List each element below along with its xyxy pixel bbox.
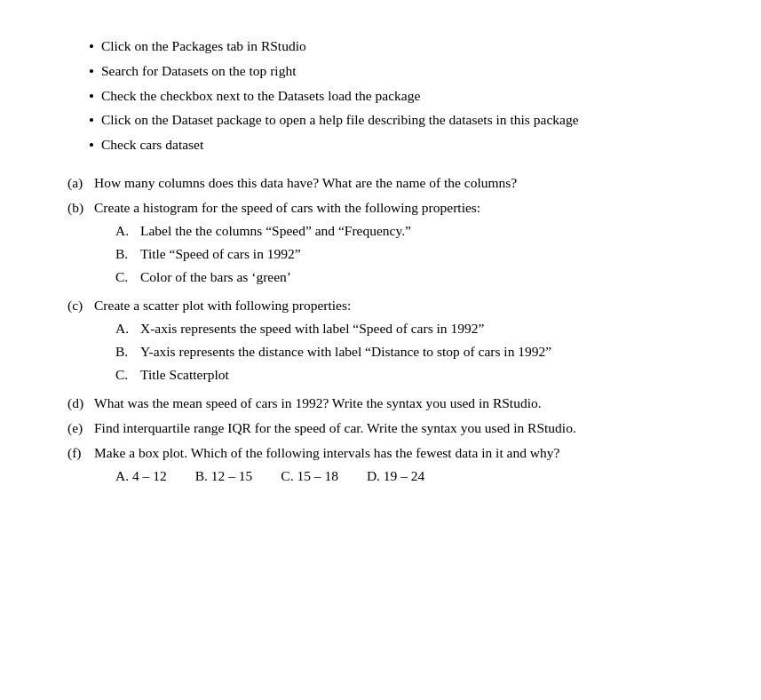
sub-sub-text: Color of the bars as ‘green’ [140,266,718,288]
sub-sub-list: A. X-axis represents the speed with labe… [115,318,718,386]
sub-sub-text: Label the the columns “Speed” and “Frequ… [140,220,718,242]
intervals-row: A. 4 – 12B. 12 – 15C. 15 – 18D. 19 – 24 [115,465,718,487]
sub-question-f: (f)Make a box plot. Which of the followi… [67,442,718,487]
sub-sub-text: Title “Speed of cars in 1992” [140,243,718,265]
sub-content: Find interquartile range IQR for the spe… [94,418,718,439]
sub-question-a: (a)How many columns does this data have?… [67,172,718,194]
sub-sub-text: Title Scatterplot [140,364,718,386]
interval-0: A. 4 – 12 [115,465,167,487]
sub-sub-label: C. [115,364,140,386]
sub-sub-list: A. Label the the columns “Speed” and “Fr… [115,220,718,288]
sub-question-d: (d)What was the mean speed of cars in 19… [67,393,718,414]
sub-text: Make a box plot. Which of the following … [94,445,559,460]
bullet-item-2: •Check the checkbox next to the Datasets… [89,85,718,107]
bullet-item-1: •Search for Datasets on the top right [89,60,718,83]
bullet-text: Check the checkbox next to the Datasets … [101,85,420,107]
sub-sub-label: A. [115,318,140,339]
bullet-text: Click on the Dataset package to open a h… [101,109,579,131]
bullet-text: Click on the Packages tab in RStudio [101,36,306,57]
sub-sub-item-2: C. Title Scatterplot [115,364,718,386]
sub-content: What was the mean speed of cars in 1992?… [94,393,718,414]
sub-text: How many columns does this data have? Wh… [94,175,517,190]
sub-question-e: (e)Find interquartile range IQR for the … [67,418,718,439]
sub-sub-item-1: B. Title “Speed of cars in 1992” [115,243,718,265]
sub-sub-label: B. [115,243,140,265]
sub-label: (b) [67,197,94,219]
sub-label: (d) [67,393,94,414]
sub-questions: (a)How many columns does this data have?… [67,172,718,487]
sub-text: What was the mean speed of cars in 1992?… [94,395,542,410]
interval-1: B. 12 – 15 [195,465,253,487]
sub-content: Create a scatter plot with following pro… [94,295,718,389]
bullet-dot: • [89,36,94,58]
sub-sub-item-0: A. X-axis represents the speed with labe… [115,318,718,339]
sub-question-c: (c)Create a scatter plot with following … [67,295,718,389]
sub-sub-item-1: B. Y-axis represents the distance with l… [115,341,718,362]
bullet-item-4: •Check cars dataset [89,134,718,156]
sub-text: Create a histogram for the speed of cars… [94,200,480,215]
sub-sub-item-2: C. Color of the bars as ‘green’ [115,266,718,288]
bullet-dot: • [89,110,94,131]
sub-sub-item-0: A. Label the the columns “Speed” and “Fr… [115,220,718,242]
sub-sub-label: C. [115,266,140,288]
interval-3: D. 19 – 24 [367,465,424,487]
bullet-item-3: •Click on the Dataset package to open a … [89,109,718,131]
bullet-dot: • [89,61,94,83]
sub-sub-label: B. [115,341,140,362]
bullet-dot: • [89,86,94,107]
bullet-dot: • [89,135,94,156]
sub-text: Create a scatter plot with following pro… [94,298,351,313]
sub-label: (c) [67,295,94,316]
sub-text: Find interquartile range IQR for the spe… [94,420,576,435]
bullet-list: •Click on the Packages tab in RStudio•Se… [89,36,718,156]
sub-label: (f) [67,442,94,464]
bullet-text: Check cars dataset [101,134,203,155]
interval-2: C. 15 – 18 [281,465,338,487]
sub-question-b: (b)Create a histogram for the speed of c… [67,197,718,291]
sub-content: How many columns does this data have? Wh… [94,172,718,194]
sub-sub-text: X-axis represents the speed with label “… [140,318,718,339]
bullet-item-0: •Click on the Packages tab in RStudio [89,36,718,58]
question-1: •Click on the Packages tab in RStudio•Se… [43,28,718,487]
sub-sub-text: Y-axis represents the distance with labe… [140,341,718,362]
sub-label: (a) [67,172,94,194]
sub-sub-label: A. [115,220,140,242]
sub-label: (e) [67,418,94,439]
sub-content: Make a box plot. Which of the following … [94,442,718,487]
sub-content: Create a histogram for the speed of cars… [94,197,718,291]
bullet-text: Search for Datasets on the top right [101,60,297,82]
